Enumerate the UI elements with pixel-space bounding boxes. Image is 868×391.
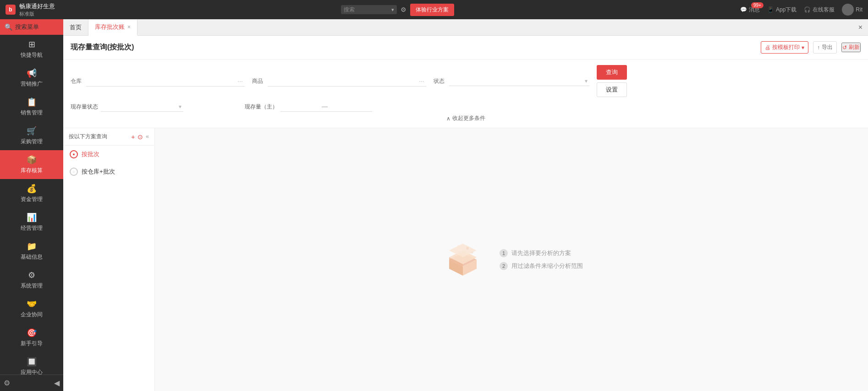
- topbar-search-dropdown-icon[interactable]: ▾: [391, 7, 394, 13]
- topbar-gear-icon[interactable]: ⚙: [401, 6, 407, 13]
- sidebar-collapse-icon[interactable]: ◀: [54, 379, 60, 387]
- sidebar-item-apps[interactable]: 🔲 应用中心: [0, 352, 63, 375]
- apps-icon: 🔲: [27, 357, 37, 367]
- inv-qty-to-input[interactable]: [330, 103, 367, 110]
- user-name: Rit: [856, 6, 863, 13]
- sales-icon: 📋: [27, 97, 37, 107]
- sidebar-search-btn[interactable]: 🔍 搜索菜单: [0, 19, 63, 35]
- print-label: 按模板打印: [772, 43, 800, 51]
- system-icon: ⚙: [28, 270, 35, 280]
- sidebar-item-system[interactable]: ⚙ 系统管理: [0, 266, 63, 294]
- sidebar-item-label: 销售管理: [21, 109, 43, 117]
- topbar-search-wrap[interactable]: ▾: [341, 5, 397, 14]
- scheme-active-icon: ●: [70, 150, 78, 158]
- collapse-btn[interactable]: ∧ 收起更多条件: [71, 114, 861, 122]
- app-download-btn[interactable]: 📱 App下载: [767, 6, 797, 14]
- scheme-item-by-warehouse-batch[interactable]: ○ 按仓库+批次: [63, 163, 154, 180]
- scheme-panel-title: 按以下方案查询: [69, 133, 107, 141]
- shortcut-icon: ⊞: [28, 39, 35, 49]
- warehouse-input[interactable]: [88, 78, 237, 84]
- app-logo: b: [5, 5, 16, 15]
- sidebar-nav: ⊞ 快捷导航 📢 营销推广 📋 销售管理 🛒 采购管理 📦 库存核算 💰: [0, 35, 63, 375]
- user-menu-btn[interactable]: Rit: [842, 4, 863, 16]
- sidebar-item-marketing[interactable]: 📢 营销推广: [0, 64, 63, 92]
- scheme-panel-collapse-btn[interactable]: «: [146, 133, 149, 141]
- app-icon: 📱: [767, 6, 774, 13]
- purchase-icon: 🛒: [27, 126, 37, 136]
- page-header-actions: 🖨 按模板打印 ▾ ↑ 导出 ↺ 刷新: [761, 41, 861, 54]
- sidebar-item-basics[interactable]: 📁 基础信息: [0, 237, 63, 266]
- sidebar-item-label: 库存核算: [21, 167, 43, 174]
- scheme-add-btn[interactable]: +: [131, 133, 135, 141]
- sidebar-settings-icon[interactable]: ⚙: [4, 379, 10, 387]
- guide-icon: 🎯: [27, 328, 37, 338]
- app-subtitle: 标准版: [19, 11, 55, 17]
- operations-icon: 📊: [27, 212, 37, 223]
- topbar-title-wrap: 畅康通好生意 标准版: [19, 2, 55, 17]
- sidebar-item-label: 系统管理: [21, 282, 43, 290]
- message-icon: 💬: [740, 6, 747, 13]
- message-badge: 99+: [751, 2, 764, 8]
- inv-qty-from-input[interactable]: [282, 103, 319, 110]
- refresh-label: 刷新: [849, 43, 860, 51]
- tip2-number: 2: [500, 262, 508, 270]
- status-select[interactable]: [451, 78, 585, 84]
- empty-illustration: [440, 237, 486, 282]
- sidebar-item-inventory[interactable]: 📦 库存核算: [0, 150, 63, 179]
- inv-status-select[interactable]: [103, 103, 179, 110]
- tab-inventory-batch[interactable]: 库存批次账 ×: [88, 20, 137, 36]
- export-btn[interactable]: ↑ 导出: [813, 41, 837, 54]
- topbar: b 畅康通好生意 标准版 ▾ ⚙ 体验行业方案 💬 消息 99+ 📱 App下载…: [0, 0, 868, 19]
- sidebar-item-label: 快捷导航: [21, 51, 43, 59]
- online-service-btn[interactable]: 🎧 在线客服: [804, 6, 835, 14]
- tab-close-btn[interactable]: ×: [127, 24, 131, 30]
- sidebar-item-label: 经营管理: [21, 224, 43, 232]
- scheme-panel-header: 按以下方案查询 + ⊙ «: [63, 128, 154, 146]
- filter-panel: 仓库 ··· 商品 ··· 状态: [63, 60, 868, 128]
- sidebar-bottom: ⚙ ◀: [0, 375, 63, 391]
- print-btn[interactable]: 🖨 按模板打印 ▾: [761, 41, 808, 54]
- industry-btn[interactable]: 体验行业方案: [410, 4, 454, 16]
- app-label: App下载: [776, 6, 797, 14]
- print-icon: 🖨: [765, 44, 770, 51]
- sidebar-item-shortcut[interactable]: ⊞ 快捷导航: [0, 35, 63, 64]
- collapse-icon: ∧: [446, 115, 450, 122]
- goods-input[interactable]: [269, 78, 419, 84]
- sidebar-item-enterprise[interactable]: 🤝 企业协同: [0, 294, 63, 323]
- tab-home[interactable]: 首页: [63, 19, 88, 35]
- scheme-settings-btn[interactable]: ⊙: [137, 133, 143, 141]
- scheme-by-warehouse-batch-label: 按仓库+批次: [82, 168, 115, 176]
- inv-status-caret: ▾: [179, 103, 181, 110]
- user-avatar: [842, 4, 854, 16]
- warehouse-dots-icon[interactable]: ···: [237, 77, 243, 85]
- scheme-panel-actions: + ⊙ «: [131, 133, 149, 141]
- query-btn[interactable]: 查询: [597, 65, 627, 80]
- scheme-item-by-batch[interactable]: ● 按批次: [63, 146, 154, 163]
- sidebar-item-label: 新手引导: [21, 340, 43, 348]
- goods-dots-icon[interactable]: ···: [419, 77, 424, 85]
- messages-btn[interactable]: 💬 消息 99+: [740, 6, 760, 14]
- sidebar-item-label: 采购管理: [21, 138, 43, 146]
- sidebar-item-sales[interactable]: 📋 销售管理: [0, 92, 63, 121]
- svg-point-6: [466, 247, 469, 250]
- topbar-search-input[interactable]: [344, 6, 390, 13]
- scheme-inactive-icon: ○: [70, 168, 78, 176]
- topbar-right: 💬 消息 99+ 📱 App下载 🎧 在线客服 Rit: [740, 4, 863, 16]
- sidebar-item-guide[interactable]: 🎯 新手引导: [0, 323, 63, 352]
- sidebar-item-finance[interactable]: 💰 资金管理: [0, 179, 63, 208]
- sidebar: 🔍 搜索菜单 ⊞ 快捷导航 📢 营销推广 📋 销售管理 🛒 采购管理 📦: [0, 19, 63, 391]
- page-title: 现存量查询(按批次): [71, 43, 134, 52]
- settings-btn[interactable]: 设置: [597, 82, 627, 97]
- status-label: 状态: [434, 77, 446, 85]
- sidebar-item-operations[interactable]: 📊 经营管理: [0, 208, 63, 237]
- tab-bar-close-btn[interactable]: ×: [853, 23, 868, 32]
- svg-point-7: [471, 252, 473, 254]
- refresh-btn[interactable]: ↺ 刷新: [841, 43, 861, 52]
- sidebar-item-purchase[interactable]: 🛒 采购管理: [0, 121, 63, 150]
- tab-home-label: 首页: [70, 23, 82, 32]
- print-dropdown-icon[interactable]: ▾: [802, 44, 804, 51]
- finance-icon: 💰: [27, 184, 37, 194]
- content-area: 首页 库存批次账 × × 现存量查询(按批次) 🖨 按模板打印 ▾ ↑ 导出: [63, 19, 868, 391]
- sidebar-item-label: 应用中心: [21, 369, 43, 375]
- page-header: 现存量查询(按批次) 🖨 按模板打印 ▾ ↑ 导出 ↺ 刷新: [63, 36, 868, 60]
